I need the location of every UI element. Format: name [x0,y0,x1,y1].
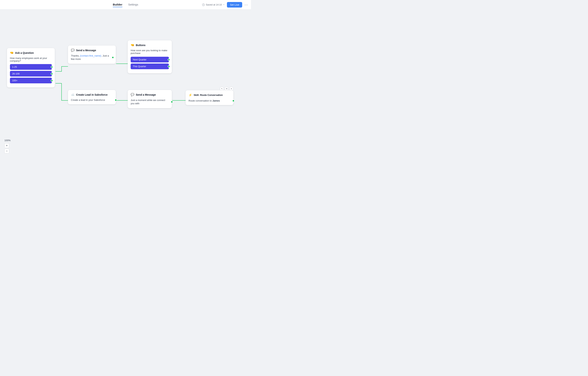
send-message-bottom-header: 💬 Send a Message [131,93,169,96]
canvas: 🤜 Ask a Question How many employees work… [0,10,251,165]
buttons-options: Next Quarter This Quarter [131,57,169,69]
skill-route-title: Skill: Route Conversation [194,94,223,96]
saved-label: Saved at 14:10 [202,3,225,6]
option-3-connector [51,80,53,82]
salesforce-text: Create a lead in your Salesforce [71,99,113,101]
ask-option-1[interactable]: 1-25 [10,64,52,70]
ask-question-title: Ask a Question [15,52,34,54]
buttons-icon: 🤜 [131,43,134,47]
header-tabs: Builder Settings [113,2,138,7]
buttons-card: 🤜 Buttons How soon are you looking to ma… [128,40,172,73]
zoom-out-button[interactable]: − [4,149,9,154]
contact-var: {contact.first_name} [80,54,101,57]
skill-delete-button[interactable]: ✕ [229,87,233,91]
skill-route-header: ⚡ Skill: Route Conversation [189,93,230,97]
tab-settings[interactable]: Settings [128,2,138,7]
ask-options: 1-25 26-100 100+ [10,64,52,83]
skill-route-card: ✎ ⧉ ✕ ⚡ Skill: Route Conversation Route … [186,90,233,105]
skill-edit-button[interactable]: ✎ [220,87,224,91]
header: Builder Settings Saved at 14:10 Set Live… [0,0,251,10]
send-message-top-header: 💬 Send a Message [71,49,113,52]
button-1-connector [168,59,170,61]
send-text-before: Thanks, [71,54,80,57]
send-message-top-title: Send a Message [76,49,96,52]
more-button[interactable]: ⋯ [244,3,248,7]
send-message-bottom-card: 💬 Send a Message Just a moment while we … [128,90,172,108]
salesforce-output-dot [115,99,117,101]
send-message-bottom-icon: 💬 [131,93,134,96]
skill-actions: ✎ ⧉ ✕ [220,87,233,91]
header-right: Saved at 14:10 Set Live ⋯ [202,2,248,8]
salesforce-card: ☁️ Create Lead in Salesforce Create a le… [68,90,116,104]
buttons-header: 🤜 Buttons [131,43,169,47]
skill-route-icon: ⚡ [189,93,192,97]
buttons-title: Buttons [136,44,146,47]
option-1-connector [51,66,53,68]
set-live-button[interactable]: Set Live [227,2,242,8]
ask-option-3[interactable]: 100+ [10,78,52,83]
ask-question-card: 🤜 Ask a Question How many employees work… [7,48,55,87]
ask-question-icon: 🤜 [10,51,14,54]
zoom-percent: 100% [4,139,11,142]
option-2-connector [51,73,53,75]
button-option-1[interactable]: Next Quarter [131,57,169,63]
skill-output-dot [232,100,235,102]
zoom-controls: 100% + − [4,139,11,154]
send-message-bottom-title: Send a Message [136,93,156,96]
salesforce-body: Create a lead in your Salesforce [71,99,113,101]
salesforce-title: Create Lead in Salesforce [76,93,107,96]
saved-text: Saved at 14:10 [206,3,222,6]
send-message-bottom-body: Just a moment while we connect you with [131,99,169,105]
button-2-connector [168,65,170,68]
zoom-in-button[interactable]: + [4,143,9,148]
button-option-2[interactable]: This Quarter [131,63,169,69]
send-message-top-text: Thanks, {contact.first_name}. Just a few… [71,54,113,61]
send-top-output-dot [112,56,114,59]
skill-copy-button[interactable]: ⧉ [225,87,229,91]
ask-question-text: How many employees work at your company? [10,57,52,62]
salesforce-header: ☁️ Create Lead in Salesforce [71,93,113,96]
send-message-top-icon: 💬 [71,49,75,52]
ask-question-header: 🤜 Ask a Question [10,51,52,54]
ask-option-2[interactable]: 26-100 [10,71,52,77]
tab-builder[interactable]: Builder [113,2,122,7]
connector-lines [0,10,251,165]
skill-route-body: Route conversation to James [189,99,230,102]
send-message-bottom-text: Just a moment while we connect you with [131,99,169,105]
send-bottom-output-dot [171,101,173,103]
send-message-top-body: Thanks, {contact.first_name}. Just a few… [71,54,113,61]
buttons-question: How soon are you looking to make purchas… [131,49,169,54]
skill-route-text: Route conversation to James [189,99,230,102]
salesforce-icon: ☁️ [71,93,75,96]
send-message-top-card: 💬 Send a Message Thanks, {contact.first_… [68,45,116,64]
